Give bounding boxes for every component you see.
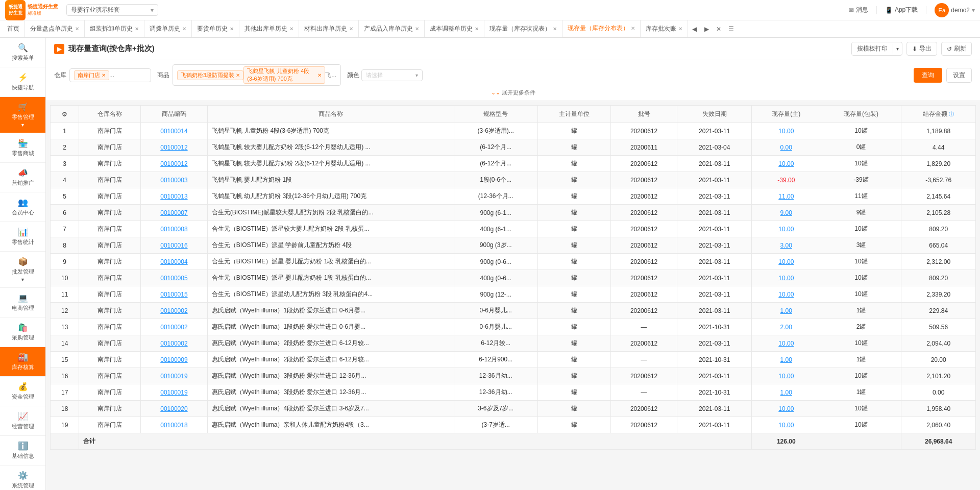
code-link[interactable]: 00100007: [160, 209, 187, 216]
tab-material-out[interactable]: 材料出库单历史 ✕: [299, 20, 359, 38]
tab-cost-adjust[interactable]: 成本调整单历史 ✕: [425, 20, 484, 38]
code-link[interactable]: 00100002: [160, 307, 187, 314]
tab-home[interactable]: 首页: [2, 20, 25, 38]
qty-main-link[interactable]: 1.00: [780, 307, 792, 314]
qty-main-link[interactable]: 10.00: [778, 405, 794, 412]
sidebar-item-retail[interactable]: 🛒 零售管理 ▼: [0, 97, 45, 133]
tab-close-icon[interactable]: ✕: [230, 26, 234, 32]
goods-tag-2-close[interactable]: ✕: [317, 72, 322, 78]
tab-close-icon[interactable]: ✕: [475, 26, 479, 32]
sidebar-item-ecommerce[interactable]: 💻 电商管理: [0, 288, 45, 317]
tab-menu[interactable]: ☰: [725, 20, 737, 38]
qty-main-link[interactable]: 2.00: [780, 324, 792, 331]
sidebar-item-retail-mall[interactable]: 🏪 零售商城: [0, 133, 45, 163]
warehouse-input[interactable]: 南岸门店 ✕ ...: [69, 68, 151, 82]
qty-main-link[interactable]: 10.00: [778, 160, 794, 167]
sidebar-toggle-btn[interactable]: ▶: [54, 44, 64, 54]
qty-main-link[interactable]: 10.00: [778, 128, 794, 135]
code-link[interactable]: 00100003: [160, 177, 187, 184]
goods-more[interactable]: 飞...: [325, 71, 336, 80]
sidebar-item-quicknav[interactable]: ⚡ 快捷导航: [0, 67, 45, 97]
code-link[interactable]: 00100012: [160, 160, 187, 167]
goods-input[interactable]: 飞鹤奶粉3段防雨提装 ✕ 飞鹤星飞帆 儿童奶粉 4段(3-6岁适用) 700克 …: [173, 64, 341, 86]
code-link[interactable]: 00100012: [160, 144, 187, 151]
code-link[interactable]: 00100019: [160, 389, 187, 396]
tab-product-in[interactable]: 产成品入库单历史 ✕: [359, 20, 425, 38]
code-link[interactable]: 00100015: [160, 291, 187, 298]
col-settings[interactable]: ⚙: [51, 106, 79, 123]
tab-batch-account[interactable]: 库存批次账 ✕: [641, 20, 688, 38]
tab-close-icon[interactable]: ✕: [415, 26, 419, 32]
tab-mix[interactable]: 调拨单历史 ✕: [144, 20, 192, 38]
query-btn[interactable]: 查询: [914, 68, 942, 83]
qty-main-link[interactable]: 9.00: [780, 209, 792, 216]
tab-current-qty-dist[interactable]: 现存量（库存分布表） ✕: [562, 20, 641, 38]
tab-close-icon[interactable]: ✕: [182, 26, 186, 32]
sidebar-item-operations[interactable]: 📈 经营管理: [0, 406, 45, 436]
qty-main-link[interactable]: 0.00: [780, 144, 792, 151]
tab-close-icon[interactable]: ✕: [289, 26, 293, 32]
qty-main-link[interactable]: -39.00: [777, 177, 795, 184]
qty-main-link[interactable]: 1.00: [780, 356, 792, 363]
sidebar-item-inventory[interactable]: 🏭 库存核算: [0, 347, 45, 377]
code-link[interactable]: 00100013: [160, 193, 187, 200]
sidebar-item-marketing[interactable]: 📣 营销推广: [0, 163, 45, 192]
code-link[interactable]: 00100008: [160, 226, 187, 233]
org-selector[interactable]: 母婴行业演示账套 ▾: [66, 4, 158, 16]
qty-main-link[interactable]: 10.00: [778, 340, 794, 347]
code-link[interactable]: 00100004: [160, 258, 187, 265]
sidebar-item-finance[interactable]: 💰 资金管理: [0, 377, 45, 406]
sidebar-item-retail-stats[interactable]: 📊 零售统计: [0, 222, 45, 252]
settings-btn[interactable]: 设置: [946, 68, 972, 83]
template-print-btn[interactable]: 按模板打印: [852, 42, 893, 55]
app-download-btn[interactable]: 📱 App下载: [885, 6, 918, 14]
message-btn[interactable]: ✉ 消息: [849, 6, 868, 14]
qty-main-link[interactable]: 11.00: [778, 193, 794, 200]
code-link[interactable]: 00100005: [160, 275, 187, 282]
color-input[interactable]: 请选择 ▾: [361, 69, 423, 81]
amount-info-icon[interactable]: ⓘ: [949, 111, 954, 117]
sidebar-item-wholesale[interactable]: 📦 批发管理 ▼: [0, 252, 45, 288]
tab-requisition[interactable]: 要货单历史 ✕: [192, 20, 239, 38]
code-link[interactable]: 00100016: [160, 242, 187, 249]
tab-close-icon[interactable]: ✕: [349, 26, 353, 32]
qty-main-link[interactable]: 10.00: [778, 258, 794, 265]
user-area[interactable]: Ea demo2 ▾: [935, 3, 975, 17]
qty-main-link[interactable]: 10.00: [778, 226, 794, 233]
tab-disassemble[interactable]: 组装拆卸单历史 ✕: [85, 20, 144, 38]
code-link[interactable]: 00100002: [160, 324, 187, 331]
tab-nav-prev[interactable]: ◀: [688, 20, 700, 38]
code-link[interactable]: 00100014: [160, 128, 187, 135]
tab-other-out[interactable]: 其他出库单历史 ✕: [239, 20, 299, 38]
tab-split-inventory[interactable]: 分量盘点单历史 ✕: [25, 20, 85, 38]
code-link[interactable]: 00100019: [160, 373, 187, 380]
code-link[interactable]: 00100020: [160, 405, 187, 412]
tab-nav-next[interactable]: ▶: [700, 20, 713, 38]
warehouse-tag-close[interactable]: ✕: [102, 72, 106, 78]
qty-main-link[interactable]: 10.00: [778, 291, 794, 298]
tab-current-qty-status[interactable]: 现存量（库存状况表） ✕: [484, 20, 562, 38]
sidebar-item-member[interactable]: 👥 会员中心: [0, 192, 45, 222]
template-print-dropdown-btn[interactable]: ▾: [893, 44, 902, 54]
code-link[interactable]: 00100009: [160, 356, 187, 363]
goods-tag-1-close[interactable]: ✕: [236, 72, 240, 78]
sidebar-item-basic-info[interactable]: ℹ️ 基础信息: [0, 436, 45, 465]
code-link[interactable]: 00100002: [160, 340, 187, 347]
tab-close-icon[interactable]: ✕: [678, 26, 682, 32]
expand-more-btn[interactable]: ⌄⌄ 展开更多条件: [491, 89, 535, 96]
export-btn[interactable]: ⬇ 导出: [906, 42, 937, 56]
tab-close-icon[interactable]: ✕: [631, 26, 635, 31]
qty-main-link[interactable]: 1.00: [780, 389, 792, 396]
qty-main-link[interactable]: 10.00: [778, 373, 794, 380]
tab-close-all[interactable]: ✕: [713, 20, 725, 38]
qty-main-link[interactable]: 3.00: [780, 242, 792, 249]
code-link[interactable]: 00100018: [160, 422, 187, 429]
sidebar-item-purchase[interactable]: 🛍️ 采购管理: [0, 317, 45, 347]
sidebar-item-system[interactable]: ⚙️ 系统管理: [0, 465, 45, 490]
tab-close-icon[interactable]: ✕: [75, 26, 79, 32]
tab-close-icon[interactable]: ✕: [135, 26, 139, 32]
tab-close-icon[interactable]: ✕: [553, 26, 557, 32]
warehouse-more[interactable]: ...: [109, 71, 114, 79]
refresh-btn[interactable]: ↺ 刷新: [941, 42, 972, 56]
qty-main-link[interactable]: 10.00: [778, 422, 794, 429]
